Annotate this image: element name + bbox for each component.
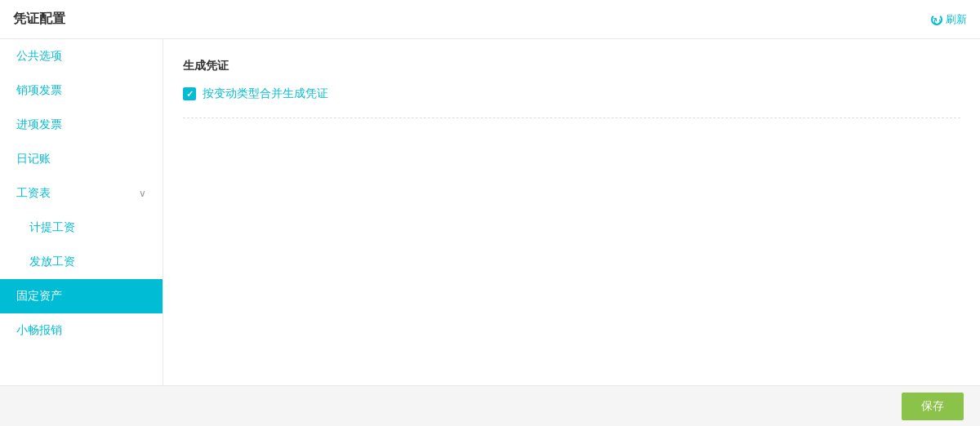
sidebar-item-public-options[interactable]: 公共选项 [0,39,163,73]
checkbox-row: 按变动类型合并生成凭证 [183,87,960,101]
save-button[interactable]: 保存 [902,393,964,420]
header: 凭证配置 ↻ 刷新 [0,0,980,39]
sidebar-item-journal[interactable]: 日记账 [0,142,163,176]
refresh-button[interactable]: ↻ 刷新 [931,12,967,27]
sidebar-item-purchase-invoice[interactable]: 进项发票 [0,108,163,142]
footer: 保存 [0,385,980,426]
sidebar-item-payroll[interactable]: 工资表 ∨ [0,176,163,211]
merge-by-type-checkbox[interactable] [183,87,196,100]
checkbox-label: 按变动类型合并生成凭证 [203,87,328,101]
refresh-icon: ↻ [931,14,942,25]
sidebar-item-expense-reimbursement[interactable]: 小畅报销 [0,313,163,348]
sidebar-item-sales-invoice[interactable]: 销项发票 [0,73,163,108]
sidebar-item-pay-salary[interactable]: 发放工资 [0,245,163,279]
section-divider [183,118,960,118]
main-content: 生成凭证 按变动类型合并生成凭证 [163,39,980,385]
chevron-down-icon: ∨ [139,188,146,199]
refresh-label: 刷新 [946,12,967,27]
body: 公共选项 销项发票 进项发票 日记账 工资表 ∨ 计提工资 发放工资 固定资 [0,39,980,385]
sidebar-item-accrual-salary[interactable]: 计提工资 [0,211,163,245]
page-title: 凭证配置 [13,11,65,28]
sidebar: 公共选项 销项发票 进项发票 日记账 工资表 ∨ 计提工资 发放工资 固定资 [0,39,163,385]
sidebar-item-fixed-assets[interactable]: 固定资产 [0,279,163,313]
section-title: 生成凭证 [183,59,960,73]
